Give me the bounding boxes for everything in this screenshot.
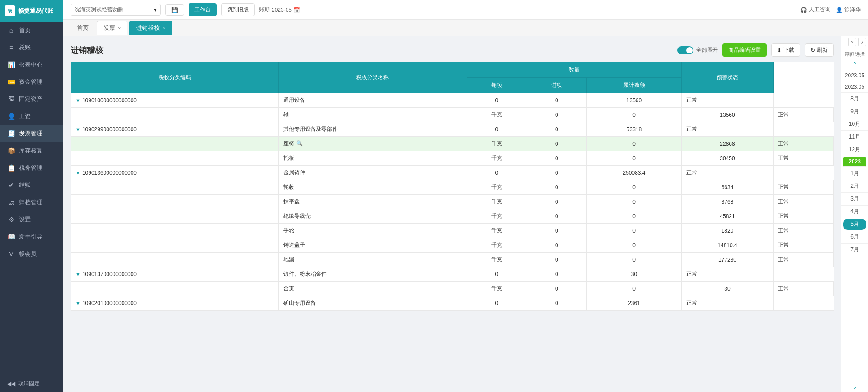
cell-purchase: 0 — [587, 209, 682, 224]
cell-name: 轮毂 — [279, 180, 467, 195]
inventory-icon: 📦 — [7, 147, 15, 154]
product-code-button[interactable]: 商品编码设置 — [722, 43, 767, 57]
sidebar-item-label: 发票管理 — [19, 129, 42, 138]
table-row: 绝缘导线壳 千克 0 0 45821 正常 — [71, 209, 834, 224]
settle-icon: ✔ — [7, 182, 15, 189]
cell-code — [71, 282, 279, 296]
sidebar-item-label: 固定资产 — [19, 95, 42, 103]
toggle-thumb — [686, 47, 693, 53]
sidebar-item-home[interactable]: ⌂ 首页 — [0, 22, 63, 39]
period-item-10[interactable]: 10月 — [841, 118, 868, 131]
panel-expand-button[interactable]: ⤢ — [858, 38, 866, 46]
sidebar-item-settings[interactable]: ⚙ 设置 — [0, 211, 63, 228]
cell-purchase: 0 — [587, 108, 682, 122]
save-draft-button[interactable]: 💾 — [165, 4, 184, 16]
company-selector[interactable]: 沈海英测试经营勿删 ▾ — [71, 4, 161, 16]
assets-icon: 🏗 — [7, 96, 15, 103]
period-year-2023[interactable]: 2023 — [843, 157, 866, 167]
sidebar-item-member[interactable]: V 畅会员 — [0, 245, 63, 263]
app-name: 畅捷通易代账 — [18, 7, 53, 15]
table-row: 抹平盘 千克 0 0 3768 正常 — [71, 195, 834, 209]
sidebar-item-archive[interactable]: 🗂 归档管理 — [0, 194, 63, 211]
sidebar-item-report[interactable]: 📊 报表中心 — [0, 56, 63, 73]
period-item-12[interactable]: 12月 — [841, 143, 868, 156]
cell-code: ▼109029900000000000 — [71, 122, 279, 137]
sidebar-item-tax[interactable]: 📋 税务管理 — [0, 159, 63, 177]
cell-total: 13560 — [681, 108, 773, 122]
cell-total: 3768 — [681, 195, 773, 209]
period-item-3[interactable]: 3月 — [841, 193, 868, 206]
cell-total: 2361 — [587, 296, 682, 311]
sidebar-item-payroll[interactable]: 👤 工资 — [0, 108, 63, 125]
tab-invoice[interactable]: 发票 × — [97, 21, 127, 35]
cell-warning: 正常 — [774, 151, 834, 166]
toggle-track[interactable] — [677, 46, 693, 54]
period-nav-up[interactable]: ⌃ — [841, 59, 868, 70]
expand-toggle[interactable]: 全部展开 — [677, 46, 718, 54]
save-icon: 💾 — [171, 7, 178, 13]
tab-reconcile-close[interactable]: × — [162, 25, 165, 31]
cell-total: 13560 — [587, 93, 682, 108]
period-item-11[interactable]: 11月 — [841, 131, 868, 143]
period-item-8[interactable]: 8月 — [841, 93, 868, 105]
tree-toggle-icon[interactable]: ▼ — [75, 170, 80, 176]
th-sales: 销项 — [467, 78, 527, 93]
tree-toggle-icon[interactable]: ▼ — [75, 301, 80, 306]
tab-invoice-close[interactable]: × — [118, 25, 121, 31]
cell-name: 矿山专用设备 — [279, 296, 467, 311]
sidebar-item-settle[interactable]: ✔ 结账 — [0, 177, 63, 194]
table-row: 轮毂 千克 0 0 6634 正常 — [71, 180, 834, 195]
refresh-button[interactable]: ↻ 刷新 — [805, 43, 834, 57]
period-nav-down[interactable]: ⌄ — [841, 381, 868, 392]
tree-toggle-icon[interactable]: ▼ — [75, 127, 80, 132]
sidebar-item-fund[interactable]: 💳 资金管理 — [0, 73, 63, 91]
tab-home[interactable]: 首页 — [71, 21, 95, 35]
tree-toggle-icon[interactable]: ▼ — [75, 272, 80, 277]
sidebar-item-label: 设置 — [19, 215, 31, 224]
period-item-5[interactable]: 5月 — [843, 219, 866, 230]
sidebar-item-inventory[interactable]: 📦 库存核算 — [0, 142, 63, 159]
period-item-1[interactable]: 1月 — [841, 167, 868, 180]
switch-version-button[interactable]: 切到旧版 — [221, 3, 255, 16]
cell-warning: 正常 — [681, 166, 773, 180]
period-item-2023-05-top[interactable]: 2023.05 — [841, 70, 868, 81]
sidebar-item-assets[interactable]: 🏗 固定资产 — [0, 91, 63, 108]
panel-close-button[interactable]: × — [848, 38, 856, 46]
download-button[interactable]: ⬇ 下载 — [771, 43, 800, 57]
table-row: 合页 千克 0 0 30 正常 — [71, 282, 834, 296]
right-panel: × ⤢ 期间选择 ⌃ 2023.05 2023.05 8月 9月 10月 11月… — [841, 36, 868, 392]
th-tax-code: 税收分类编码 — [71, 62, 279, 93]
cell-sales: 0 — [467, 166, 527, 180]
period-item-7[interactable]: 7月 — [841, 244, 868, 256]
th-quantity-group: 数量 — [467, 62, 681, 78]
cell-name: 通用设备 — [279, 93, 467, 108]
cell-unit: 千克 — [467, 224, 527, 238]
tree-toggle-icon[interactable]: ▼ — [75, 98, 80, 103]
period-item-2023-05-b[interactable]: 2023.05 — [841, 81, 868, 93]
sidebar-item-guide[interactable]: 📖 新手引导 — [0, 228, 63, 245]
unpin-label: 取消固定 — [18, 380, 40, 387]
tab-reconcile[interactable]: 进销稽核 × — [129, 21, 172, 35]
fund-icon: 💳 — [7, 78, 15, 86]
cell-name: 铸造盖子 — [279, 238, 467, 253]
cell-code — [71, 195, 279, 209]
cell-code — [71, 224, 279, 238]
period-item-9[interactable]: 9月 — [841, 105, 868, 118]
sidebar-item-label: 资金管理 — [19, 78, 42, 86]
cell-code: ▼109013600000000000 — [71, 166, 279, 180]
ledger-icon: ≡ — [7, 44, 15, 51]
unpin-button[interactable]: ◀◀ 取消固定 — [0, 375, 63, 392]
th-warning: 预警状态 — [681, 62, 773, 93]
period-item-4[interactable]: 4月 — [841, 206, 868, 218]
workbench-button[interactable]: 工作台 — [189, 3, 217, 16]
cell-name: 手轮 — [279, 224, 467, 238]
cell-total: 45821 — [681, 209, 773, 224]
cell-unit: 千克 — [467, 282, 527, 296]
sidebar-item-ledger[interactable]: ≡ 总账 — [0, 39, 63, 56]
period-item-6[interactable]: 6月 — [841, 231, 868, 244]
user-profile[interactable]: 👤 徐泽华 — [836, 6, 861, 14]
sidebar-item-invoice[interactable]: 🧾 发票管理 — [0, 125, 63, 142]
support-button[interactable]: 🎧 人工咨询 — [800, 6, 830, 14]
period-item-2[interactable]: 2月 — [841, 180, 868, 193]
search-icon[interactable]: 🔍 — [296, 140, 303, 147]
